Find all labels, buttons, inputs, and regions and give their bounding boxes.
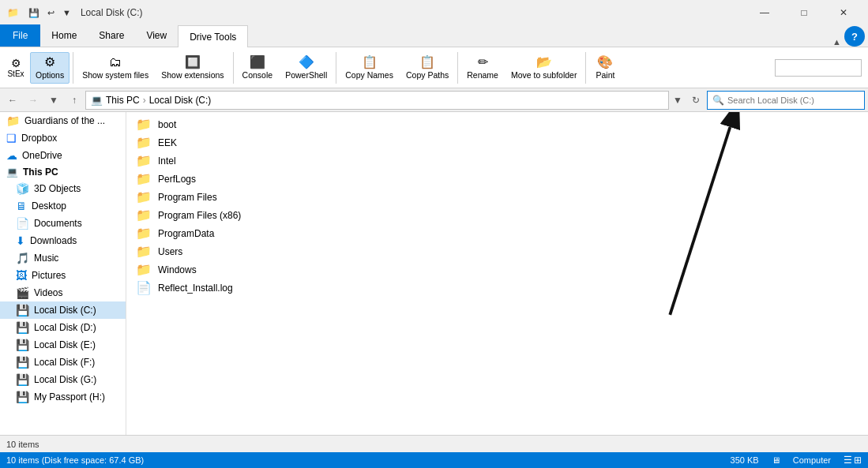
sidebar-item-pictures[interactable]: 🖼 Pictures [0, 267, 126, 284]
quick-access-toolbar: 💾 ↩ ▼ [25, 6, 74, 20]
search-icon: 🔍 [712, 95, 724, 106]
address-path[interactable]: 💻 This PC › Local Disk (C:) [85, 91, 669, 110]
sidebar-item-3d-objects[interactable]: 🧊 3D Objects [0, 180, 126, 197]
refresh-button[interactable]: ↻ [686, 91, 705, 110]
folder-icon-intel: 📁 [136, 153, 152, 168]
file-item-users[interactable]: 📁 Users [126, 242, 868, 260]
tab-home[interactable]: Home [40, 24, 88, 47]
folder-icon-windows: 📁 [136, 262, 152, 277]
separator-2 [233, 52, 234, 84]
copy-paths-icon: 📋 [419, 56, 435, 69]
status-bar-2: 10 items (Disk free space: 67.4 GB) 350 … [0, 452, 868, 468]
ribbon-expand-button[interactable]: ▲ [832, 37, 841, 47]
stex-button[interactable]: ⚙ StEx [3, 54, 28, 80]
separator-3 [336, 52, 336, 84]
maximize-button[interactable]: □ [786, 0, 822, 25]
sidebar-item-downloads[interactable]: ⬇ Downloads [0, 232, 126, 249]
folder-icon-guardians: 📁 [6, 114, 20, 127]
file-name-users: Users [158, 246, 182, 257]
address-dropdown-button[interactable]: ▼ [671, 91, 685, 110]
search-input[interactable] [727, 95, 859, 105]
file-item-programdata[interactable]: 📁 ProgramData [126, 224, 868, 242]
tab-view[interactable]: View [135, 24, 178, 47]
documents-icon: 📄 [16, 217, 29, 230]
file-item-eek[interactable]: 📁 EEK [126, 133, 868, 152]
toolbar-search-input[interactable] [775, 59, 862, 77]
sidebar-label-local-f: Local Disk (F:) [34, 357, 95, 368]
copy-names-button[interactable]: 📋 Copy Names [340, 52, 399, 84]
sidebar-item-local-c[interactable]: 💾 Local Disk (C:) [0, 301, 126, 319]
details-view-button[interactable]: ☰ [844, 455, 852, 466]
up-button[interactable]: ↑ [65, 91, 84, 110]
move-to-subfolder-button[interactable]: 📂 Move to subfolder [505, 52, 582, 84]
pictures-icon: 🖼 [16, 269, 27, 282]
back-button[interactable]: ← [3, 91, 22, 110]
sidebar-item-local-d[interactable]: 💾 Local Disk (D:) [0, 319, 126, 336]
sidebar-item-desktop[interactable]: 🖥 Desktop [0, 197, 126, 215]
sidebar-item-local-e[interactable]: 💾 Local Disk (E:) [0, 336, 126, 354]
sidebar-item-local-g[interactable]: 💾 Local Disk (G:) [0, 371, 126, 388]
thispc-icon: 💻 [6, 167, 18, 178]
tiles-view-button[interactable]: ⊞ [854, 455, 862, 466]
view-icons: ☰ ⊞ [844, 455, 862, 466]
quick-undo-btn[interactable]: ↩ [44, 6, 58, 20]
options-button[interactable]: ⚙ Options [30, 52, 70, 84]
sidebar-item-onedrive[interactable]: ☁ OneDrive [0, 147, 126, 164]
file-item-intel[interactable]: 📁 Intel [126, 152, 868, 170]
folder-icon-programdata: 📁 [136, 226, 152, 241]
sidebar-item-documents[interactable]: 📄 Documents [0, 215, 126, 232]
tab-file[interactable]: File [0, 24, 40, 47]
rename-label: Rename [467, 70, 498, 80]
file-name-program-files-x86: Program Files (x86) [158, 210, 241, 221]
dropdown-recent-button[interactable]: ▼ [44, 91, 63, 110]
window-title: Local Disk (C:) [81, 7, 743, 18]
show-system-files-button[interactable]: 🗂 Show system files [77, 52, 154, 84]
copy-paths-label: Copy Paths [406, 70, 449, 80]
file-item-windows[interactable]: 📁 Windows [126, 260, 868, 279]
folder-icon-perflogs: 📁 [136, 171, 152, 186]
file-icon-reflect-log: 📄 [136, 280, 152, 295]
file-item-reflect-log[interactable]: 📄 Reflect_Install.log [126, 279, 868, 297]
sidebar-label-local-c: Local Disk (C:) [34, 305, 96, 316]
local-f-icon: 💾 [16, 356, 29, 369]
help-button[interactable]: ? [844, 26, 865, 47]
options-icon: ⚙ [44, 56, 55, 69]
local-e-icon: 💾 [16, 339, 29, 351]
sidebar-item-guardians[interactable]: 📁 Guardians of the ... [0, 112, 126, 129]
file-item-boot[interactable]: 📁 boot [126, 115, 868, 133]
sidebar-item-videos[interactable]: 🎬 Videos [0, 284, 126, 301]
sidebar-label-thispc: This PC [23, 167, 58, 178]
powershell-button[interactable]: 🔷 PowerShell [280, 52, 333, 84]
tab-share[interactable]: Share [88, 24, 135, 47]
file-item-program-files-x86[interactable]: 📁 Program Files (x86) [126, 206, 868, 224]
sidebar-label-dropbox: Dropbox [21, 133, 57, 144]
folder-icon-program-files-x86: 📁 [136, 208, 152, 223]
forward-button[interactable]: → [24, 91, 43, 110]
file-item-program-files[interactable]: 📁 Program Files [126, 188, 868, 206]
sidebar-label-3d-objects: 3D Objects [34, 183, 81, 194]
file-item-perflogs[interactable]: 📁 PerfLogs [126, 170, 868, 188]
paint-button[interactable]: 🎨 Paint [589, 52, 621, 84]
quick-dropdown-btn[interactable]: ▼ [59, 6, 74, 19]
copy-names-icon: 📋 [362, 56, 378, 69]
copy-names-label: Copy Names [345, 70, 393, 80]
sidebar-item-passport[interactable]: 💾 My Passport (H:) [0, 388, 126, 406]
sidebar-label-local-g: Local Disk (G:) [34, 374, 96, 385]
toolbar-search-area [775, 59, 862, 77]
sidebar-label-guardians: Guardians of the ... [24, 115, 105, 126]
sidebar-label-passport: My Passport (H:) [34, 391, 105, 402]
tab-drive-tools[interactable]: Drive Tools [178, 25, 248, 47]
paint-icon: 🎨 [597, 56, 613, 69]
copy-paths-button[interactable]: 📋 Copy Paths [400, 52, 454, 84]
file-name-boot: boot [158, 119, 176, 130]
sidebar-item-dropbox[interactable]: ❑ Dropbox [0, 129, 126, 147]
minimize-button[interactable]: — [746, 0, 783, 25]
sidebar-item-local-f[interactable]: 💾 Local Disk (F:) [0, 354, 126, 371]
close-button[interactable]: ✕ [825, 0, 862, 25]
show-extensions-button[interactable]: 🔲 Show extensions [156, 52, 229, 84]
sidebar-item-music[interactable]: 🎵 Music [0, 249, 126, 267]
rename-button[interactable]: ✏ Rename [461, 52, 504, 84]
console-button[interactable]: ⬛ Console [237, 52, 279, 84]
sidebar-label-desktop: Desktop [32, 200, 66, 212]
quick-save-btn[interactable]: 💾 [25, 6, 43, 20]
